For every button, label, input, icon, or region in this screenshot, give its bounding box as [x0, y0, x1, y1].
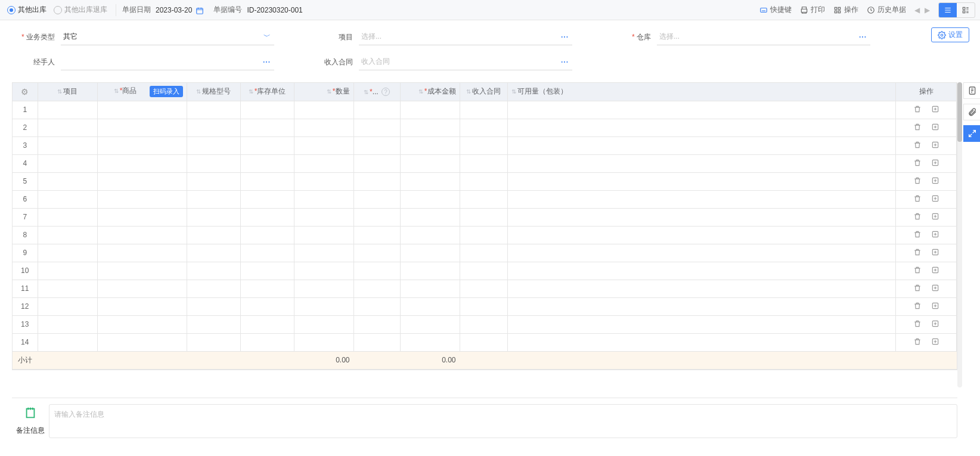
svg-rect-1 — [761, 8, 767, 12]
doc-type-radio-group: 其他出库 其他出库退库 — [5, 5, 110, 15]
operate-button[interactable]: 操作 — [833, 5, 858, 15]
svg-point-9 — [941, 34, 943, 36]
contract-label: 收入合同 — [310, 57, 353, 67]
warehouse-placeholder: 选择... — [659, 32, 680, 42]
radio-checked-icon — [7, 6, 15, 14]
prev-doc-icon[interactable]: ◀ — [914, 6, 920, 14]
shortcut-label: 快捷键 — [770, 5, 792, 15]
operate-label: 操作 — [844, 5, 858, 15]
radio-other-out[interactable]: 其他出库 — [5, 5, 49, 15]
doc-date-label: 单据日期 — [122, 5, 151, 15]
form-area: 业务类型 其它 ﹀ 项目 选择... ··· 仓库 选择... ··· 经手人 … — [0, 20, 980, 75]
history-label: 历史单据 — [877, 5, 906, 15]
handler-label: 经手人 — [12, 57, 55, 67]
doc-date-value: 2023-03-20 — [156, 6, 192, 14]
doc-no-value: ID-20230320-001 — [247, 6, 302, 14]
biz-type-label: 业务类型 — [12, 32, 55, 42]
view-toggle — [938, 2, 975, 18]
warehouse-select[interactable]: 选择... ··· — [657, 29, 870, 45]
radio-unchecked-icon — [54, 6, 62, 14]
svg-rect-5 — [838, 11, 841, 13]
more-dots-icon[interactable]: ··· — [263, 58, 271, 66]
contract-select[interactable]: 收入合同 ··· — [359, 54, 572, 70]
settings-button[interactable]: 设置 — [931, 27, 969, 42]
nav-arrows: ◀ ▶ — [914, 6, 930, 14]
svg-rect-4 — [835, 11, 837, 13]
field-biz-type: 业务类型 其它 ﹀ — [12, 29, 274, 45]
next-doc-icon[interactable]: ▶ — [925, 6, 930, 14]
biz-type-select[interactable]: 其它 ﹀ — [61, 29, 274, 45]
field-project: 项目 选择... ··· — [310, 29, 572, 45]
field-handler: 经手人 ··· — [12, 54, 274, 70]
print-label: 打印 — [811, 5, 825, 15]
svg-rect-3 — [838, 7, 841, 10]
project-label: 项目 — [310, 32, 353, 42]
radio-other-out-return[interactable]: 其他出库退库 — [51, 5, 110, 15]
handler-select[interactable]: ··· — [61, 54, 274, 70]
more-dots-icon[interactable]: ··· — [561, 33, 569, 41]
more-dots-icon[interactable]: ··· — [859, 33, 867, 41]
svg-rect-8 — [963, 11, 965, 13]
toolbar-separator — [116, 4, 116, 16]
view-card-icon[interactable] — [957, 3, 975, 17]
biz-type-value: 其它 — [63, 32, 77, 42]
contract-placeholder: 收入合同 — [361, 57, 390, 67]
svg-rect-2 — [835, 7, 837, 10]
calendar-icon[interactable] — [196, 5, 204, 14]
radio-other-out-label: 其他出库 — [18, 5, 46, 15]
more-dots-icon[interactable]: ··· — [561, 58, 569, 66]
shortcut-button[interactable]: 快捷键 — [759, 5, 792, 15]
warehouse-label: 仓库 — [608, 32, 651, 42]
project-select[interactable]: 选择... ··· — [359, 29, 572, 45]
chevron-down-icon: ﹀ — [263, 32, 271, 42]
top-toolbar: 其他出库 其他出库退库 单据日期 2023-03-20 单据编号 ID-2023… — [0, 0, 980, 20]
doc-no-label: 单据编号 — [213, 5, 242, 15]
field-contract: 收入合同 收入合同 ··· — [310, 54, 572, 70]
history-button[interactable]: 历史单据 — [867, 5, 906, 15]
field-warehouse: 仓库 选择... ··· — [608, 29, 870, 45]
radio-other-out-return-label: 其他出库退库 — [64, 5, 107, 15]
svg-rect-0 — [197, 8, 203, 14]
settings-label: 设置 — [948, 30, 963, 40]
print-button[interactable]: 打印 — [800, 5, 825, 15]
project-placeholder: 选择... — [361, 32, 382, 42]
toolbar-right: 快捷键 打印 操作 历史单据 ◀ ▶ — [759, 2, 975, 18]
view-list-icon[interactable] — [939, 3, 957, 17]
svg-rect-7 — [963, 7, 965, 10]
